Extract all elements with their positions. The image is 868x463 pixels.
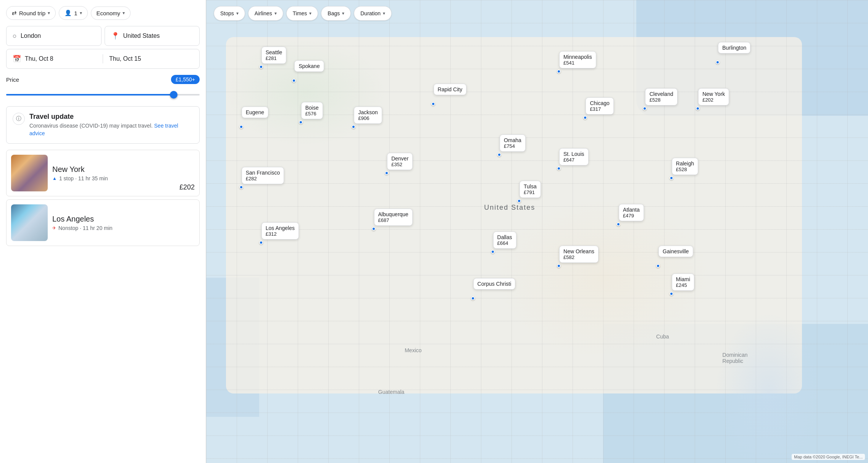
map-label-seattle[interactable]: Seattle£281	[261, 47, 287, 64]
map-label-los-angeles[interactable]: Los Angeles£312	[261, 222, 299, 240]
date-from-label: Thu, Oct 8	[25, 55, 53, 62]
city-price-denver: £352	[391, 162, 408, 167]
map-label-tulsa[interactable]: Tulsa£791	[520, 181, 541, 198]
city-price-boise: £576	[305, 111, 319, 117]
map-label-minneapolis[interactable]: Minneapolis£541	[559, 51, 596, 68]
cabin-chevron: ▾	[123, 10, 125, 16]
cabin-label: Economy	[97, 10, 121, 16]
map-dot-omaha	[497, 153, 501, 157]
newyork-flight-info: New York ▲ 1 stop · 11 hr 35 min	[52, 165, 175, 181]
map-label-new-york[interactable]: New York£202	[698, 88, 729, 105]
stops-filter[interactable]: Stops ▾	[214, 6, 245, 21]
trip-type-dropdown[interactable]: ⇄ Round trip ▾	[6, 6, 56, 20]
map-background: Stops ▾ Airlines ▾ Times ▾ Bags ▾ Durati…	[206, 0, 868, 463]
map-label-burlington[interactable]: Burlington	[718, 42, 750, 53]
price-header: Price £1,550+	[6, 75, 200, 84]
search-inputs: ○ London 📍 United States 📅 Thu, Oct 8 Th…	[6, 26, 200, 69]
travel-update-text: Coronavirus disease (COVID-19) may impac…	[29, 122, 193, 137]
date-to-input[interactable]: Thu, Oct 15	[103, 50, 199, 68]
duration-filter[interactable]: Duration ▾	[354, 6, 392, 21]
swap-icon: ⇄	[12, 10, 17, 16]
map-label-atlanta[interactable]: Atlanta£479	[619, 204, 644, 221]
city-price-los-angeles: £312	[266, 231, 295, 237]
map-label-chicago[interactable]: Chicago£317	[586, 97, 613, 115]
losangeles-thumbnail	[11, 204, 48, 241]
price-badge: £1,550+	[171, 75, 200, 84]
date-from-input[interactable]: 📅 Thu, Oct 8	[6, 49, 103, 68]
map-label-gainesville[interactable]: Gainesville	[658, 246, 693, 257]
city-name-denver: Denver	[391, 155, 408, 162]
city-price-dallas: £664	[497, 240, 512, 246]
destination-input[interactable]: 📍 United States	[105, 26, 200, 46]
city-name-los-angeles: Los Angeles	[266, 225, 295, 231]
map-label-omaha[interactable]: Omaha£754	[500, 134, 526, 152]
map-label-denver[interactable]: Denver£352	[387, 153, 413, 170]
bags-label: Bags	[328, 10, 340, 16]
map-label-jackson[interactable]: Jackson£906	[354, 107, 382, 124]
city-name-cleveland: Cleveland	[649, 91, 673, 97]
city-name-jackson: Jackson	[358, 109, 378, 115]
person-icon: 👤	[65, 10, 72, 16]
flight-card-newyork[interactable]: New York ▲ 1 stop · 11 hr 35 min £202	[6, 150, 200, 196]
newyork-stop-info: 1 stop · 11 hr 35 min	[59, 175, 108, 181]
flight-card-losangeles[interactable]: Los Angeles ✈ Nonstop · 11 hr 20 min	[6, 199, 200, 246]
map-label-raleigh[interactable]: Raleigh£528	[672, 158, 698, 175]
map-dot-san-francisco	[239, 185, 243, 189]
price-slider[interactable]	[6, 94, 200, 96]
airlines-filter[interactable]: Airlines ▾	[248, 6, 283, 21]
city-name-gainesville: Gainesville	[663, 248, 689, 254]
city-price-seattle: £281	[266, 55, 282, 61]
times-filter[interactable]: Times ▾	[286, 6, 318, 21]
map-dot-albuquerque	[372, 227, 376, 231]
map-label-san-francisco[interactable]: San Francisco£282	[242, 167, 284, 184]
city-name-chicago: Chicago	[590, 100, 609, 106]
origin-icon: ○	[13, 32, 17, 40]
city-price-cleveland: £528	[649, 97, 673, 103]
map-label-rapid-city[interactable]: Rapid City	[434, 84, 467, 95]
map-attribution: Map data ©2020 Google, INEGI Te...	[792, 454, 865, 460]
calendar-icon: 📅	[13, 55, 21, 63]
map-label-eugene[interactable]: Eugene	[242, 107, 268, 118]
map-label-st-louis[interactable]: St. Louis£647	[559, 148, 588, 165]
stops-label: Stops	[220, 10, 234, 16]
map-dot-corpus-christi	[471, 296, 475, 300]
origin-input[interactable]: ○ London	[6, 26, 102, 46]
bags-filter[interactable]: Bags ▾	[321, 6, 351, 21]
airlines-label: Airlines	[255, 10, 272, 16]
map-label-spokane[interactable]: Spokane	[294, 60, 324, 72]
map-label-dallas[interactable]: Dallas£664	[493, 232, 516, 249]
city-price-minneapolis: £541	[563, 60, 592, 66]
map-label-cleveland[interactable]: Cleveland£528	[645, 88, 677, 105]
travel-update-title: Travel update	[29, 113, 193, 121]
map-label-boise[interactable]: Boise£576	[301, 102, 323, 119]
duration-chevron: ▾	[383, 11, 385, 16]
passengers-dropdown[interactable]: 👤 1 ▾	[59, 6, 87, 20]
top-bar: ⇄ Round trip ▾ 👤 1 ▾ Economy ▾	[6, 6, 200, 20]
city-name-spokane: Spokane	[298, 63, 319, 69]
map-label-miami[interactable]: Miami£245	[672, 274, 694, 291]
map-label-albuquerque[interactable]: Albuquerque£687	[374, 209, 413, 226]
city-price-st-louis: £647	[563, 157, 584, 163]
city-price-jackson: £906	[358, 115, 378, 121]
cabin-dropdown[interactable]: Economy ▾	[91, 6, 131, 20]
map-dot-los-angeles	[259, 241, 263, 244]
date-to-label: Thu, Oct 15	[109, 55, 141, 62]
price-filter: Price £1,550+	[6, 75, 200, 100]
map-dot-gainesville	[656, 264, 660, 268]
city-name-tulsa: Tulsa	[524, 183, 537, 189]
map-dot-raleigh	[670, 176, 673, 180]
map-label-new-orleans[interactable]: New Orleans£582	[559, 246, 599, 263]
city-price-tulsa: £791	[524, 189, 537, 195]
newyork-price: £202	[179, 183, 195, 191]
travel-update-content: Travel update Coronavirus disease (COVID…	[29, 113, 193, 137]
losangeles-flight-info: Los Angeles ✈ Nonstop · 11 hr 20 min	[52, 215, 190, 231]
losangeles-airline-icon: ✈	[52, 225, 56, 231]
city-price-atlanta: £479	[623, 213, 640, 219]
map-label-corpus-christi[interactable]: Corpus Christi	[473, 278, 516, 290]
destination-icon: 📍	[111, 32, 119, 40]
losangeles-stop-info: Nonstop · 11 hr 20 min	[58, 225, 113, 231]
city-name-san-francisco: San Francisco	[246, 170, 280, 176]
city-name-burlington: Burlington	[722, 45, 746, 51]
map-dot-seattle	[259, 65, 263, 69]
city-price-raleigh: £528	[676, 167, 694, 172]
